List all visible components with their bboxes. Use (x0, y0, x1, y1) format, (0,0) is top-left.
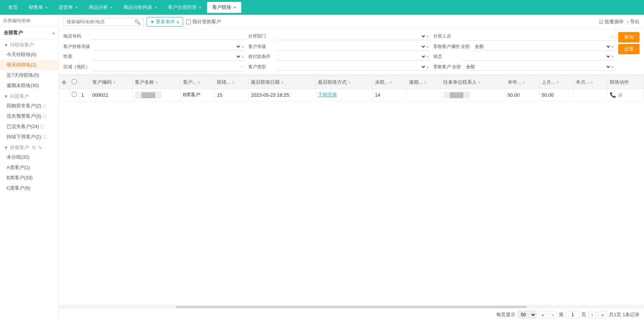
manager-label: 分管人员 (433, 33, 459, 39)
col-uncontacted[interactable]: 未联... ⇅ (372, 76, 406, 89)
payment-select[interactable] (278, 54, 426, 59)
retail-attr-select-wrap: 全部 ∨ (472, 43, 615, 51)
nav-tab-sales[interactable]: 销售单 × (24, 2, 53, 13)
row-last-contact-date: 2023-05-23 18:25: (249, 89, 315, 101)
filter-row-2: 客户价格等级 ∨ 客户等级 ∨ (63, 43, 615, 51)
nav-home[interactable]: 首页 (3, 2, 23, 13)
col-last-contact-method[interactable]: 最后联络方式 ⇅ (315, 76, 372, 89)
close-icon[interactable]: × (110, 5, 112, 10)
phone-action-icon[interactable]: 📞 (610, 92, 616, 98)
col-settings[interactable]: ⚙ (59, 76, 69, 89)
filter-cell-retail-attr: 零散客户属性 全部 全部 ∨ (433, 43, 615, 51)
col-contacts[interactable]: 联络... ⇅ (215, 76, 249, 89)
filter-cell-customer-level: 客户等级 ∨ (248, 43, 430, 51)
ellipsis-icon[interactable]: ··· (610, 34, 614, 39)
retail-customer-select[interactable]: 全部 (465, 64, 611, 70)
customer-level-select[interactable] (278, 44, 426, 49)
dept-select[interactable] (278, 33, 426, 39)
set-button[interactable]: 设置 (618, 44, 640, 54)
col-index (79, 76, 90, 89)
filter-row-4: 区域（地区） ··· 客户类型 ∨ (63, 63, 615, 71)
table-footer: 每页显示 50 100 200 « ‹ 第 页 › » 共1页 1条记录 (59, 308, 644, 321)
sort-icon: ⇅ (197, 80, 200, 84)
horizontal-scrollbar[interactable] (59, 305, 644, 308)
close-icon[interactable]: × (154, 5, 157, 10)
col-customer-code[interactable]: 客户编码 ⇅ (90, 76, 133, 89)
nav-tab-product-list[interactable]: 商品分析列表 × (118, 2, 162, 13)
grid-action-icon[interactable]: ⊞ (618, 92, 623, 98)
col-unit-contact[interactable]: 往来单位联系人 ⇅ (441, 76, 505, 89)
ellipsis-icon[interactable]: ··· (240, 64, 244, 70)
sidebar-item-overdue-contact[interactable]: 逾期未联络(30) (0, 80, 59, 91)
status-select[interactable] (463, 54, 611, 59)
collapse-icon[interactable]: « (52, 30, 55, 36)
sidebar-item-ungrouped[interactable]: 未分组(32) (0, 152, 59, 162)
nav-tab-customer-tier[interactable]: 客户分层经营 × (163, 2, 206, 13)
main-search-input[interactable] (67, 19, 133, 24)
settings-icon[interactable]: ⚙ (62, 80, 66, 85)
payment-label: 收付款条件 (248, 54, 274, 60)
col-last-contact-date[interactable]: 最后联络日期 ⇅ (249, 76, 315, 89)
first-page-btn[interactable]: « (539, 311, 547, 319)
manager-input[interactable] (463, 33, 610, 39)
row-last-contact-method[interactable]: 下销货单 (315, 89, 372, 101)
page-suffix: 页 (581, 311, 586, 318)
row-checkbox[interactable] (72, 92, 77, 97)
page-number-input[interactable] (566, 311, 579, 318)
my-customers-check[interactable] (186, 20, 191, 24)
sidebar-item-churn-warning[interactable]: 流失预警客户(3) ⓘ (0, 111, 59, 121)
batch-operation-btn[interactable]: ☑ 批量操作 (599, 18, 624, 25)
sidebar-item-today-contact[interactable]: 今天待联络(0) (0, 49, 59, 60)
query-button[interactable]: 查询 (618, 32, 640, 42)
retail-attr-select[interactable]: 全部 (473, 44, 611, 49)
nav-tab-product-analysis[interactable]: 商品分析 × (84, 2, 118, 13)
more-conditions-btn[interactable]: ▼ 更多条件 ∧ (147, 17, 183, 27)
refresh-icon[interactable]: ↻ (32, 145, 36, 151)
customer-type-select[interactable] (278, 64, 426, 70)
sidebar-item-class-b[interactable]: B类客户(33) (0, 173, 59, 183)
price-level-label: 客户价格等级 (63, 44, 90, 50)
nature-select[interactable] (93, 54, 241, 59)
row-unit-contact: ████ (441, 89, 505, 101)
sidebar-item-class-a[interactable]: A类客户(1) (0, 162, 59, 173)
sort-icon: ⇅ (155, 80, 158, 84)
sidebar-all-customers[interactable]: 全部客户 « (0, 27, 59, 39)
col-last-month[interactable]: 上月... ⇅ (539, 76, 573, 89)
sidebar-search-input[interactable] (3, 18, 58, 23)
col-customer-name[interactable]: 客户名称 ⇅ (133, 76, 181, 89)
select-all-checkbox[interactable] (72, 79, 77, 84)
edit-icon[interactable]: ✎ (38, 145, 42, 151)
close-icon[interactable]: × (199, 5, 201, 10)
close-icon[interactable]: × (45, 5, 48, 10)
filter-cell-phone: 电话号码 (63, 33, 245, 40)
col-customer-type[interactable]: 客户... ⇅ (181, 76, 214, 89)
prev-page-btn[interactable]: ‹ (549, 311, 557, 319)
region-input[interactable] (94, 63, 240, 70)
phone-input[interactable] (91, 33, 245, 40)
close-icon[interactable]: × (234, 5, 236, 10)
export-btn[interactable]: ↑ 导出 (627, 18, 640, 25)
sidebar-item-class-c[interactable]: C类客户(6) (0, 183, 59, 193)
price-level-select[interactable] (94, 44, 241, 49)
sidebar-item-repurchase-abnormal[interactable]: 回购异常客户(2) ⓘ (0, 101, 59, 111)
sidebar-item-churned[interactable]: 已流失客户(24) ⓘ (0, 121, 59, 132)
col-this-month[interactable]: 本月... ⇅ (573, 76, 607, 89)
col-this-year[interactable]: 本年... ⇅ (505, 76, 539, 89)
last-page-btn[interactable]: » (598, 311, 607, 319)
my-customers-checkbox[interactable]: 我分管的客户 (186, 18, 221, 25)
sidebar-item-7days-contact[interactable]: 近7天待联络(0) (0, 70, 59, 80)
col-overdue[interactable]: 逾期... ⇅ (407, 76, 441, 89)
scrollbar-thumb[interactable] (176, 306, 527, 308)
sidebar: 🔍 全部客户 « ▼ 待联络客户 今天待联络(0) 明天待联络(1) 近7天待联… (0, 15, 59, 321)
per-page-select[interactable]: 50 100 200 (518, 311, 536, 319)
nav-tab-purchase[interactable]: 进货单 × (53, 2, 83, 13)
nav-tab-customer-contact[interactable]: 客户联络 × (207, 2, 241, 13)
sidebar-item-tomorrow-contact[interactable]: 明天待联络(1) (0, 60, 59, 70)
price-level-select-wrap: ∨ (92, 43, 245, 51)
customer-table-wrap: ⚙ 客户编码 ⇅ (59, 76, 644, 305)
close-icon[interactable]: × (75, 5, 77, 10)
search-icon[interactable]: 🔍 (134, 19, 140, 25)
next-page-btn[interactable]: › (588, 311, 596, 319)
sidebar-item-declining[interactable]: 持续下滑客户(2) ⓘ (0, 132, 59, 142)
row-index: 1 (79, 89, 90, 101)
